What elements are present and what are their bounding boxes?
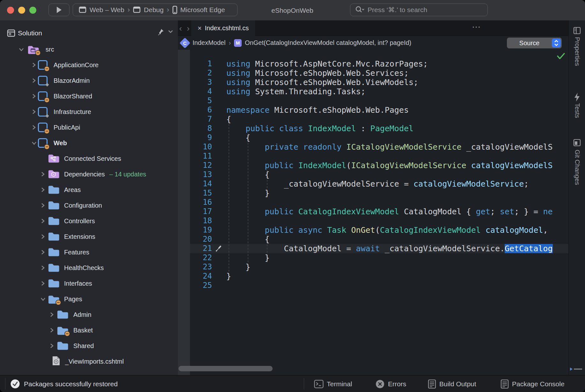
chevron-right-icon[interactable]: [40, 234, 45, 239]
tab-index-cshtml-cs[interactable]: × Index.cshtml.cs: [191, 20, 255, 36]
breakpoint-gutter[interactable]: [178, 50, 190, 375]
tree-item-shared[interactable]: Shared: [0, 338, 178, 353]
panel-button-errors[interactable]: Errors: [375, 375, 406, 392]
tree-item-connected-services[interactable]: Connected Services: [0, 151, 178, 166]
code-line-9: {: [226, 133, 250, 142]
project-icon: [38, 91, 48, 101]
breadcrumb-method[interactable]: OnGet(CatalogIndexViewModel catalogModel…: [245, 39, 411, 46]
solution-icon: [7, 29, 15, 37]
run-button[interactable]: [48, 4, 69, 16]
status-bar: Packages successfully restored TerminalE…: [0, 375, 585, 392]
tree-item-publicapi[interactable]: PublicApi: [0, 119, 178, 135]
chevron-right-icon[interactable]: [31, 78, 36, 83]
pad-tab-properties[interactable]: Properties: [574, 37, 581, 66]
run-configuration-selector[interactable]: Web – Web › Debug › Microsoft Edge: [73, 4, 238, 16]
tree-item-admin[interactable]: Admin: [0, 307, 178, 322]
chevron-right-icon[interactable]: [40, 265, 45, 271]
code-editor[interactable]: 1using Microsoft.AspNetCore.Mvc.RazorPag…: [178, 50, 568, 375]
folder-icon: [48, 200, 59, 211]
bolt-icon[interactable]: [574, 92, 581, 102]
line-number-7: 7: [190, 115, 212, 124]
tab-overflow-button[interactable]: ⋯: [472, 22, 481, 32]
tree-item-blazoradmin[interactable]: BlazorAdmin: [0, 73, 178, 88]
chevron-right-icon[interactable]: [40, 187, 45, 193]
badge-modified-icon: [35, 50, 41, 56]
breadcrumb: C IndexModel › M OnGet(CatalogIndexViewM…: [178, 36, 572, 50]
minimize-window-button[interactable]: [18, 7, 25, 14]
quick-fix-screwdriver-icon[interactable]: [214, 245, 223, 253]
search-input[interactable]: Press ‘⌘.’ to search: [350, 4, 488, 16]
tree-item-healthchecks[interactable]: HealthChecks: [0, 260, 178, 275]
tree-item-interfaces[interactable]: Interfaces: [0, 275, 178, 291]
updates-available-label: – 14 updates: [109, 170, 146, 177]
gitpane-icon[interactable]: [573, 139, 581, 146]
tree-item-infrastructure[interactable]: Infrastructure: [0, 104, 178, 119]
chevron-right-icon[interactable]: [31, 93, 36, 99]
panel-button-package-console[interactable]: Package Console: [501, 375, 565, 392]
line-number-4: 4: [190, 87, 212, 96]
tree-item-src[interactable]: src: [0, 41, 178, 57]
selector-updown-icon: [552, 39, 561, 47]
chevron-right-icon[interactable]: [49, 327, 54, 333]
pad-resize-indicator[interactable]: [569, 366, 583, 372]
tree-item-applicationcore[interactable]: ApplicationCore: [0, 57, 178, 73]
tree-item-features[interactable]: Features: [0, 244, 178, 260]
code-line-14: _catalogViewModelService = catalogViewMo…: [226, 179, 529, 189]
pad-menu-chevron-icon[interactable]: [168, 29, 173, 34]
chevron-right-icon[interactable]: [40, 171, 45, 177]
tab-close-icon[interactable]: ×: [198, 24, 202, 32]
chevron-down-icon[interactable]: [18, 47, 24, 52]
tree-item-blazorshared[interactable]: BlazorShared: [0, 88, 178, 104]
pad-tab-git-changes[interactable]: Git Changes: [574, 150, 581, 185]
source-view-selector[interactable]: Source: [507, 38, 562, 48]
pad-tab-tests[interactable]: Tests: [574, 103, 581, 118]
chevron-right-icon[interactable]: [40, 281, 45, 286]
config-configuration-label: Debug: [144, 6, 164, 14]
tree-item--viewimports-cshtml[interactable]: _ViewImports.cshtml: [0, 353, 178, 369]
tree-item-basket[interactable]: Basket: [0, 322, 178, 338]
doc-icon: [428, 379, 436, 389]
code-line-21: CatalogModel = await _catalogViewModelSe…: [226, 244, 553, 253]
chevron-down-icon[interactable]: [40, 296, 46, 302]
code-line-19: public async Task OnGet(CatalogIndexView…: [226, 225, 548, 235]
zoom-window-button[interactable]: [29, 7, 36, 14]
tree-item-controllers[interactable]: Controllers: [0, 213, 178, 229]
chevron-right-icon[interactable]: [31, 109, 36, 115]
razor-file-icon: [52, 355, 61, 367]
chevron-right-icon[interactable]: [31, 62, 36, 68]
code-line-20: {: [226, 235, 269, 244]
chevron-down-icon[interactable]: [31, 140, 37, 146]
chevron-right-icon[interactable]: [49, 312, 54, 317]
tree-item-label: Basket: [73, 326, 93, 334]
tree-item-extensions[interactable]: Extensions: [0, 229, 178, 244]
tree-item-configuration[interactable]: Configuration: [0, 197, 178, 213]
tree-item-web[interactable]: Web: [0, 135, 178, 151]
status-divider-left: [5, 378, 5, 389]
folder-icon: [48, 184, 59, 195]
horizontal-scrollbar-thumb[interactable]: [179, 366, 273, 371]
tree-item-label: Extensions: [64, 233, 95, 240]
nav-forward-button[interactable]: ›: [187, 24, 190, 33]
panel-button-terminal[interactable]: Terminal: [314, 375, 352, 392]
close-window-button[interactable]: [7, 7, 14, 14]
tree-item-pages[interactable]: Pages: [0, 291, 178, 307]
folder-icon: [57, 340, 68, 351]
editor-region: ‹ › × Index.cshtml.cs ⋯ C IndexModel › M…: [178, 20, 585, 375]
panel-button-build-output[interactable]: Build Output: [428, 375, 476, 392]
selected-text: GetCatalog: [505, 244, 553, 253]
chevron-right-icon[interactable]: [40, 249, 45, 255]
code-line-1: using Microsoft.AspNetCore.Mvc.RazorPage…: [226, 59, 428, 68]
tree-item-dependencies[interactable]: Dependencies– 14 updates: [0, 166, 178, 182]
terminal-icon: [314, 380, 324, 388]
breadcrumb-class[interactable]: IndexModel: [193, 39, 225, 46]
chevron-right-icon[interactable]: [40, 218, 45, 224]
doc-icon: [501, 379, 509, 389]
chevron-right-icon[interactable]: [40, 203, 45, 208]
panel-icon[interactable]: [573, 27, 581, 34]
chevron-right-icon[interactable]: [49, 343, 54, 349]
pin-icon[interactable]: [157, 28, 165, 36]
panel-button-label: Errors: [388, 380, 406, 388]
chevron-right-icon[interactable]: [31, 125, 36, 130]
nav-back-button[interactable]: ‹: [179, 24, 182, 33]
tree-item-areas[interactable]: Areas: [0, 182, 178, 197]
